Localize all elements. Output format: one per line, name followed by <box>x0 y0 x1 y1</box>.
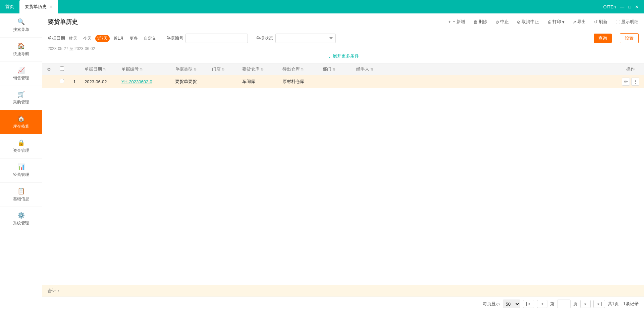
often-label: OfTEn <box>603 4 616 9</box>
row-settings <box>42 75 56 88</box>
minimize-btn[interactable]: — <box>620 4 624 9</box>
sidebar-item-inventory-accounting[interactable]: 🏠 库存核算 <box>0 110 42 134</box>
main-layout: 🔍 搜索菜单 🏠 快捷导航 📈 销售管理 🛒 采购管理 🏠 库存核算 🔒 资金管… <box>0 13 644 311</box>
maximize-btn[interactable]: □ <box>628 4 631 9</box>
delete-label: 删除 <box>479 19 487 25</box>
expand-more-btn[interactable]: ⌄ 展开更多条件 <box>48 53 639 59</box>
page-actions: ＋ + 新增 🗑 删除 ⊘ 中止 ⊘ 取消中止 <box>445 17 639 26</box>
sales-mgmt-icon: 📈 <box>17 66 25 74</box>
row-edit-btn-1[interactable]: ✏ <box>622 78 630 86</box>
new-button[interactable]: ＋ + 新增 <box>445 17 468 26</box>
tab-requisition-history[interactable]: 要货单历史 ✕ <box>19 0 58 13</box>
filter-date: 单据日期 昨天 今天 近7天 近1月 更多 自定义 <box>48 35 158 42</box>
first-page-btn[interactable]: |＜ <box>523 300 534 308</box>
page-container: 要货单历史 ＋ + 新增 🗑 删除 ⊘ 中止 ⊘ <box>42 13 644 311</box>
last-page-btn[interactable]: ＞| <box>593 300 605 308</box>
current-page-input[interactable]: 1 <box>557 300 571 308</box>
stop-label: 中止 <box>500 19 509 25</box>
status-select[interactable] <box>275 34 336 43</box>
th-wait-wh[interactable]: 待出仓库 <box>279 63 319 75</box>
display-detail-label: 显示明细 <box>621 19 639 25</box>
basic-info-icon: 📋 <box>17 187 25 195</box>
refresh-icon: ↺ <box>594 19 598 25</box>
sidebar-item-purchase-mgmt[interactable]: 🛒 采购管理 <box>0 86 42 110</box>
top-bar: 首页 要货单历史 ✕ OfTEn — □ ✕ <box>0 0 644 13</box>
inventory-accounting-icon: 🏠 <box>17 115 25 122</box>
display-detail-toggle[interactable]: 显示明细 <box>616 19 639 25</box>
filter-doc-no-label: 单据编号 <box>166 35 183 41</box>
row-checkbox-1[interactable] <box>60 79 64 83</box>
top-bar-right: OfTEn — □ ✕ <box>603 4 644 9</box>
filter-status-label: 单据状态 <box>256 35 273 41</box>
query-button[interactable]: 查询 <box>594 34 612 43</box>
th-settings[interactable]: ⚙ <box>42 63 56 75</box>
sidebar-item-purchase-mgmt-label: 采购管理 <box>13 99 29 105</box>
date-btn-today[interactable]: 今天 <box>81 35 93 42</box>
th-type[interactable]: 单据类型 <box>172 63 209 75</box>
table-row: 1 2023-06-02 YH-20230602-0 要货单要货 车间库 原材料… <box>42 75 644 88</box>
next-page-btn[interactable]: ＞ <box>580 300 591 308</box>
cancel-stop-button[interactable]: ⊘ 取消中止 <box>514 17 542 26</box>
delete-button[interactable]: 🗑 删除 <box>471 17 490 26</box>
sidebar-item-inventory-accounting-label: 库存核算 <box>13 124 29 129</box>
th-handler[interactable]: 经手人 <box>353 63 390 75</box>
sidebar-item-search-menu[interactable]: 🔍 搜索菜单 <box>0 13 42 38</box>
th-no[interactable]: 单据编号 <box>118 63 172 75</box>
date-btn-7days[interactable]: 近7天 <box>95 35 110 42</box>
per-page-label: 每页显示 <box>483 301 500 307</box>
date-btn-more[interactable]: 更多 <box>128 35 140 42</box>
per-page-select[interactable]: 50 10 20 100 <box>503 300 520 308</box>
doc-no-input[interactable] <box>185 34 248 43</box>
settings-button[interactable]: 设置 <box>620 33 639 43</box>
close-btn[interactable]: ✕ <box>635 4 639 9</box>
total-info: 共1页，1条记录 <box>608 301 639 307</box>
th-check <box>56 63 68 75</box>
tab-close-icon[interactable]: ✕ <box>49 4 53 9</box>
sidebar-item-capital-mgmt[interactable]: 🔒 资金管理 <box>0 134 42 159</box>
row-no-link-1[interactable]: YH-20230602-0 <box>121 79 152 84</box>
action-divider <box>613 19 613 25</box>
page-suffix: 页 <box>573 301 578 307</box>
export-button[interactable]: ↗ 导出 <box>570 17 589 26</box>
date-btn-custom[interactable]: 自定义 <box>142 35 158 42</box>
row-more-btn-1[interactable]: ⋮ <box>631 78 639 86</box>
sidebar-item-basic-info[interactable]: 📋 基础信息 <box>0 183 42 207</box>
th-shop[interactable]: 门店 <box>209 63 239 75</box>
prev-page-btn[interactable]: ＜ <box>537 300 547 308</box>
print-dropdown-icon: ▾ <box>562 19 565 25</box>
filter-area: 单据日期 昨天 今天 近7天 近1月 更多 自定义 单据编号 <box>42 29 644 63</box>
row-spacer-1 <box>390 75 617 88</box>
stop-button[interactable]: ⊘ 中止 <box>493 17 512 26</box>
th-req-wh[interactable]: 要货仓库 <box>239 63 279 75</box>
th-num <box>68 63 81 75</box>
date-btn-1month[interactable]: 近1月 <box>112 35 126 42</box>
sidebar-item-system-mgmt[interactable]: ⚙️ 系统管理 <box>0 207 42 231</box>
select-all-checkbox[interactable] <box>60 66 64 71</box>
page-title: 要货单历史 <box>48 18 78 26</box>
expand-icon: ⌄ <box>328 54 331 59</box>
th-dept[interactable]: 部门 <box>319 63 353 75</box>
print-button[interactable]: 🖨 打印 ▾ <box>544 17 567 26</box>
refresh-button[interactable]: ↺ 刷新 <box>591 17 610 26</box>
date-btn-yesterday[interactable]: 昨天 <box>67 35 79 42</box>
footer-summary: 合计： <box>42 285 644 297</box>
sidebar-item-quick-nav[interactable]: 🏠 快捷导航 <box>0 38 42 62</box>
summary-label: 合计： <box>48 288 61 294</box>
date-shortcuts: 昨天 今天 近7天 近1月 更多 自定义 <box>67 35 158 42</box>
row-check <box>56 75 68 88</box>
data-table: ⚙ 单据日期 单据编号 单据类型 门店 要货仓库 待出仓库 部门 <box>42 63 644 88</box>
th-date[interactable]: 单据日期 <box>81 63 118 75</box>
th-spacer <box>390 63 617 75</box>
row-type-1: 要货单要货 <box>172 75 209 88</box>
date-range-display: 2023-05-27 至 2023-06-02 <box>48 46 639 52</box>
sidebar-item-sales-mgmt-label: 销售管理 <box>13 75 29 81</box>
sidebar-item-sales-mgmt[interactable]: 📈 销售管理 <box>0 62 42 86</box>
display-detail-checkbox[interactable] <box>616 20 620 24</box>
export-label: 导出 <box>577 19 586 25</box>
sidebar-item-operations-mgmt[interactable]: 📊 经营管理 <box>0 159 42 183</box>
stop-icon: ⊘ <box>495 19 499 25</box>
tab-requisition-history-label: 要货单历史 <box>25 4 47 10</box>
cancel-stop-icon: ⊘ <box>517 19 521 25</box>
tab-home[interactable]: 首页 <box>0 0 19 13</box>
table-area: ⚙ 单据日期 单据编号 单据类型 门店 要货仓库 待出仓库 部门 <box>42 63 644 285</box>
